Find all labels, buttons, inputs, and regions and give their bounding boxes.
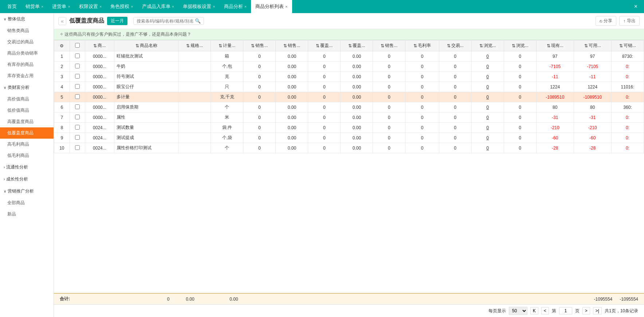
nav-permissions[interactable]: 权限设置 × (75, 0, 106, 13)
row-select[interactable] (75, 94, 80, 99)
close-sales-icon[interactable]: × (41, 4, 43, 9)
row-checkbox[interactable] (70, 143, 85, 153)
row-current: 80 (536, 102, 574, 112)
sidebar-category-header[interactable]: ∨ 类财富分析 (0, 82, 54, 94)
sidebar-item-traded-goods[interactable]: 交易过的商品 (0, 36, 54, 48)
row-available: 80 (574, 102, 611, 112)
sidebar-flow-header[interactable]: › 流通性分析 (0, 161, 54, 173)
close-purchase-icon[interactable]: × (68, 4, 70, 9)
row-select[interactable] (75, 84, 80, 89)
row-select[interactable] (75, 135, 80, 140)
row-checkbox[interactable] (70, 51, 85, 62)
close-templates-icon[interactable]: × (213, 4, 215, 9)
sidebar-item-high-profit[interactable]: 高毛利商品 (0, 139, 54, 150)
sidebar-section-growth: › 成长性分析 (0, 173, 54, 185)
row-browse1[interactable]: 0 (471, 92, 504, 102)
row-checkbox[interactable] (70, 82, 85, 92)
export-button[interactable]: ↑ 导出 (619, 16, 640, 26)
row-checkbox[interactable] (70, 123, 85, 133)
close-roles-icon[interactable]: × (131, 4, 133, 9)
row-browse1[interactable]: 0 (471, 123, 504, 133)
sidebar-item-sales-goods[interactable]: 销售类商品 (0, 25, 54, 36)
sidebar-item-in-stock[interactable]: 有库存的商品 (0, 59, 54, 70)
row-cov1: 0 (308, 62, 341, 72)
row-sales-amt: 0.00 (276, 102, 308, 112)
prev-page-button[interactable]: < (541, 307, 549, 314)
nav-products[interactable]: 产成品入库单 × (138, 0, 178, 13)
row-select[interactable] (75, 54, 80, 58)
sidebar-item-all-goods[interactable]: 全部商品 (0, 197, 54, 209)
row-checkbox[interactable] (70, 133, 85, 143)
row-spec (178, 102, 211, 112)
search-input[interactable] (137, 19, 195, 24)
row-select[interactable] (75, 125, 80, 130)
row-browse1[interactable]: 0 (471, 102, 504, 112)
nav-purchase[interactable]: 进货单 × (48, 0, 74, 13)
row-num: 2 (54, 62, 70, 72)
search-icon[interactable]: 🔍 (195, 18, 201, 24)
share-button[interactable]: ⎋ 分享 (596, 16, 616, 26)
row-select[interactable] (75, 115, 80, 119)
data-table: ⚙ ⇅商... ⇅商品名称 ⇅规格... ⇅计量... ⇅销售... ⇅销售..… (54, 40, 644, 153)
row-browse2: 0 (504, 112, 536, 123)
sidebar-item-new-goods[interactable]: 新品 (0, 209, 54, 220)
row-browse1[interactable]: 0 (471, 82, 504, 92)
row-browse2: 0 (504, 82, 536, 92)
sidebar-item-fund-ratio[interactable]: 库存资金占用 (0, 70, 54, 82)
row-checkbox[interactable] (70, 112, 85, 123)
close-analysis-list-icon[interactable]: × (285, 4, 287, 9)
row-available: -7105 (574, 62, 611, 72)
nav-roles[interactable]: 角色授权 × (106, 0, 137, 13)
sidebar-item-low-profit[interactable]: 低毛利商品 (0, 150, 54, 161)
row-browse1[interactable]: 0 (471, 62, 504, 72)
sidebar-marketing-header[interactable]: ∨ 营销推广分析 (0, 185, 54, 197)
row-select[interactable] (75, 145, 80, 150)
first-page-button[interactable]: K (530, 307, 538, 314)
sidebar-item-low-value[interactable]: 低价值商品 (0, 105, 54, 116)
row-checkbox[interactable] (70, 72, 85, 82)
sidebar-item-high-coverage[interactable]: 高覆盖度商品 (0, 116, 54, 127)
row-browse1[interactable]: 0 (471, 51, 504, 62)
row-cov2: 0.00 (341, 123, 373, 133)
row-select[interactable] (75, 104, 80, 109)
sidebar-item-sales-rate[interactable]: 商品分类动销率 (0, 48, 54, 59)
row-num: 7 (54, 112, 70, 123)
col-settings[interactable]: ⚙ (54, 40, 70, 51)
row-num: 3 (54, 72, 70, 82)
row-checkbox[interactable] (70, 102, 85, 112)
sidebar-growth-header[interactable]: › 成长性分析 (0, 173, 54, 185)
row-sales-amt: 0.00 (276, 123, 308, 133)
sidebar-overall-header[interactable]: ∨ 整体信息 (0, 13, 54, 25)
row-checkbox[interactable] (70, 92, 85, 102)
close-products-icon[interactable]: × (172, 4, 174, 9)
period-button[interactable]: 近一月 (107, 17, 127, 25)
nav-analysis-list[interactable]: 商品分析列表 × (251, 0, 292, 13)
last-page-button[interactable]: >| (593, 307, 602, 314)
row-select[interactable] (75, 74, 80, 79)
per-page-select[interactable]: 50 20 100 (509, 307, 527, 315)
window-close-button[interactable]: × (631, 3, 641, 10)
row-select[interactable] (75, 64, 80, 68)
row-browse1[interactable]: 0 (471, 143, 504, 153)
close-analysis-icon[interactable]: × (244, 4, 247, 9)
row-browse1[interactable]: 0 (471, 72, 504, 82)
row-browse1[interactable]: 0 (471, 133, 504, 143)
nav-sales[interactable]: 销货单 × (21, 0, 48, 13)
row-checkbox[interactable] (70, 62, 85, 72)
select-all-checkbox[interactable] (75, 43, 80, 48)
col-checkbox[interactable] (70, 40, 85, 51)
close-permissions-icon[interactable]: × (99, 4, 102, 9)
nav-analysis[interactable]: 商品分析 × (220, 0, 251, 13)
page-number-input[interactable] (559, 307, 572, 314)
nav-templates[interactable]: 单据模板设置 × (178, 0, 219, 13)
col-current: ⇅现有... (536, 40, 574, 51)
sidebar-item-low-coverage[interactable]: 低覆盖度商品 (0, 127, 54, 139)
row-unit: 个,包 (211, 62, 243, 72)
row-browse1[interactable]: 0 (471, 112, 504, 123)
row-spec (178, 112, 211, 123)
nav-home[interactable]: 首页 (3, 0, 21, 13)
sidebar-item-high-value[interactable]: 高价值商品 (0, 94, 54, 105)
next-page-button[interactable]: > (582, 307, 590, 314)
collapse-sidebar-button[interactable]: « (58, 17, 66, 25)
table-wrapper[interactable]: ⚙ ⇅商... ⇅商品名称 ⇅规格... ⇅计量... ⇅销售... ⇅销售..… (54, 40, 644, 293)
